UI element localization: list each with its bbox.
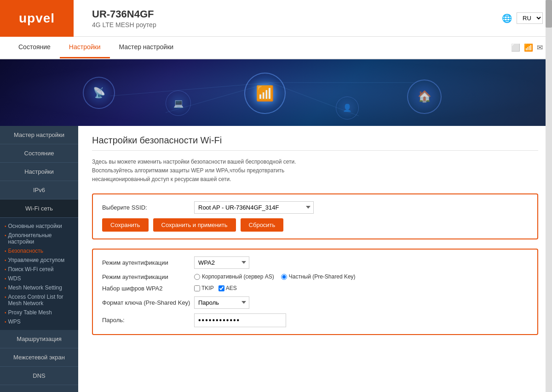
sidebar-item-settings[interactable]: Настройки bbox=[0, 163, 78, 181]
submenu-acl-mesh[interactable]: • Access Control List for Mesh Network bbox=[5, 292, 74, 308]
submenu-wds[interactable]: • WDS bbox=[5, 274, 74, 283]
bullet-icon: • bbox=[5, 258, 6, 263]
sidebar-item-wifi[interactable]: Wi-Fi сеть bbox=[0, 199, 78, 218]
checkbox-aes[interactable]: AES bbox=[218, 285, 237, 291]
submenu-basic[interactable]: • Основные настройки bbox=[5, 222, 74, 231]
submenu-mesh-setting[interactable]: • Mesh Network Setting bbox=[5, 283, 74, 292]
header-center: UR-736N4GF 4G LTE MESH роутер bbox=[74, 8, 502, 28]
window-icon[interactable]: ⬜ bbox=[511, 43, 520, 52]
navbar: Состояние Настройки Мастер настройки ⬜ 📶… bbox=[0, 37, 552, 59]
device-subtitle: 4G LTE MESH роутер bbox=[92, 21, 502, 28]
bullet-icon: • bbox=[5, 276, 6, 281]
sidebar-item-service[interactable]: Сервис bbox=[0, 385, 78, 392]
submenu-wifi-scan[interactable]: • Поиск Wi-Fi сетей bbox=[5, 265, 74, 274]
radio-private[interactable]: Частный (Pre-Shared Key) bbox=[281, 273, 356, 280]
nav-wizard[interactable]: Мастер настройки bbox=[110, 37, 183, 58]
key-format-label: Формат ключа (Pre-Shared Key) bbox=[102, 299, 194, 306]
ssid-row: Выберите SSID: Root AP - UR-736N4GF_314F bbox=[102, 201, 528, 214]
auth-mode-select[interactable]: WPA2 WPA WEP None bbox=[194, 256, 249, 269]
bullet-icon: • bbox=[5, 319, 6, 324]
radio-private-input[interactable] bbox=[281, 274, 287, 280]
submenu-wps[interactable]: • WPS bbox=[5, 317, 74, 326]
description: Здесь вы можете изменить настройки безоп… bbox=[92, 158, 538, 184]
auth-type-radio-group: Корпоративный (сервер AS) Частный (Pre-S… bbox=[194, 273, 356, 280]
nav-status[interactable]: Состояние bbox=[9, 37, 60, 58]
sidebar-item-wizard[interactable]: Мастер настройки bbox=[0, 126, 78, 144]
checkbox-tkip[interactable]: TKIP bbox=[194, 285, 214, 291]
cipher-checkbox-group: TKIP AES bbox=[194, 285, 237, 291]
reset-button[interactable]: Сбросить bbox=[241, 218, 284, 232]
nav-settings[interactable]: Настройки bbox=[60, 37, 110, 58]
button-group: Сохранить Сохранить и применить Сбросить bbox=[102, 218, 528, 232]
bullet-icon: • bbox=[5, 267, 6, 272]
submenu-advanced[interactable]: • Дополнительные настройки bbox=[5, 231, 74, 246]
language-select[interactable]: RU EN bbox=[517, 12, 543, 24]
submenu-security[interactable]: • Безопасность bbox=[5, 246, 74, 256]
cipher-label: Набор шифров WPA2 bbox=[102, 285, 194, 292]
bullet-icon: • bbox=[5, 249, 6, 254]
auth-mode-label: Режим аутентификации bbox=[102, 259, 194, 266]
auth-mode-row: Режим аутентификации WPA2 WPA WEP None bbox=[102, 256, 528, 269]
sidebar-submenu-wifi: • Основные настройки • Дополнительные на… bbox=[0, 218, 78, 330]
bullet-icon: • bbox=[5, 224, 6, 229]
key-format-row: Формат ключа (Pre-Shared Key) Пароль Hex bbox=[102, 296, 528, 309]
header-right: 🌐 RU EN bbox=[502, 12, 543, 24]
sidebar-item-firewall[interactable]: Межсетевой экран bbox=[0, 348, 78, 367]
checkbox-tkip-input[interactable] bbox=[194, 285, 200, 291]
sidebar-item-ipv6[interactable]: IPv6 bbox=[0, 181, 78, 199]
mail-icon[interactable]: ✉ bbox=[537, 43, 543, 52]
password-row: Пароль: bbox=[102, 313, 528, 327]
ssid-select[interactable]: Root AP - UR-736N4GF_314F bbox=[194, 201, 314, 214]
ssid-label: Выберите SSID: bbox=[102, 204, 194, 211]
scrollbar[interactable] bbox=[546, 0, 552, 392]
bullet-icon: • bbox=[5, 285, 6, 290]
content-area: Настройки безопасности Wi-Fi Здесь вы мо… bbox=[78, 126, 552, 392]
logo: upvel bbox=[19, 11, 55, 26]
banner-svg bbox=[0, 59, 552, 126]
auth-type-label: Режим аутентификации bbox=[102, 273, 194, 280]
security-section: Режим аутентификации WPA2 WPA WEP None Р… bbox=[92, 249, 538, 335]
bullet-icon: • bbox=[5, 310, 6, 315]
nav-icons: ⬜ 📶 ✉ bbox=[511, 43, 543, 52]
bullet-icon: • bbox=[5, 295, 6, 300]
radio-corporate-input[interactable] bbox=[194, 274, 200, 280]
logo-area: upvel bbox=[0, 0, 74, 37]
scrollbar-thumb[interactable] bbox=[546, 0, 552, 28]
signal-icon: 📶 bbox=[524, 43, 533, 52]
radio-corporate[interactable]: Корпоративный (сервер AS) bbox=[194, 273, 274, 280]
sidebar-item-routing[interactable]: Маршрутизация bbox=[0, 330, 78, 348]
svg-line-3 bbox=[270, 83, 359, 116]
cipher-row: Набор шифров WPA2 TKIP AES bbox=[102, 285, 528, 292]
checkbox-aes-input[interactable] bbox=[218, 285, 224, 291]
save-apply-button[interactable]: Сохранить и применить bbox=[153, 218, 236, 232]
key-format-select[interactable]: Пароль Hex bbox=[194, 296, 249, 309]
bullet-icon: • bbox=[5, 233, 6, 238]
banner: 📡 📶 🏠 💻 👤 bbox=[0, 59, 552, 126]
globe-icon: 🌐 bbox=[502, 13, 512, 23]
main-layout: Мастер настройки Состояние Настройки IPv… bbox=[0, 126, 552, 392]
submenu-proxy-table[interactable]: • Proxy Table Mesh bbox=[5, 308, 74, 317]
header: upvel UR-736N4GF 4G LTE MESH роутер 🌐 RU… bbox=[0, 0, 552, 37]
sidebar-item-dns[interactable]: DNS bbox=[0, 367, 78, 385]
submenu-access-control[interactable]: • Управление доступом bbox=[5, 256, 74, 265]
auth-type-row: Режим аутентификации Корпоративный (серв… bbox=[102, 273, 528, 280]
password-input[interactable] bbox=[194, 313, 286, 327]
sidebar: Мастер настройки Состояние Настройки IPv… bbox=[0, 126, 78, 392]
password-label: Пароль: bbox=[102, 317, 194, 324]
ssid-section: Выберите SSID: Root AP - UR-736N4GF_314F… bbox=[92, 193, 538, 239]
sidebar-item-status[interactable]: Состояние bbox=[0, 144, 78, 163]
page-title: Настройки безопасности Wi-Fi bbox=[92, 135, 538, 151]
save-button[interactable]: Сохранить bbox=[102, 218, 149, 232]
nav-links: Состояние Настройки Мастер настройки bbox=[9, 37, 183, 58]
device-name: UR-736N4GF bbox=[92, 8, 502, 20]
